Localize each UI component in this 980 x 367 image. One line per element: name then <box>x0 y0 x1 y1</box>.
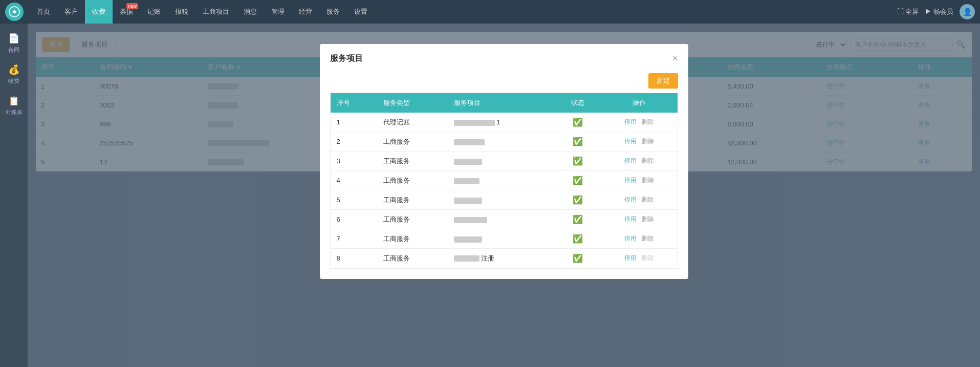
nav-manage[interactable]: 管理 <box>264 0 292 24</box>
stop-button[interactable]: 停用 <box>624 235 637 242</box>
delete-button[interactable]: 删除 <box>642 118 654 125</box>
sidebar-item-contract[interactable]: 📄 合同 <box>1 29 27 58</box>
modal-row-actions: 停用 删除 <box>601 113 678 132</box>
delete-button[interactable]: 删除 <box>642 254 654 262</box>
stop-button[interactable]: 停用 <box>624 177 637 184</box>
nav-right: ⛶ 全屏 ▶ 畅会员 👤 <box>897 4 975 19</box>
nav-service[interactable]: 服务 <box>319 0 347 24</box>
modal-table-wrap[interactable]: 序号 服务类型 服务项目 状态 操作 1 代理记账 1 ✅ <box>330 93 678 269</box>
stop-button[interactable]: 停用 <box>624 118 637 125</box>
nav-settings[interactable]: 设置 <box>347 0 375 24</box>
modal-table-row: 1 代理记账 1 ✅ 停用 删除 <box>331 113 678 132</box>
delete-button[interactable]: 删除 <box>642 138 654 145</box>
modal-col-seq: 序号 <box>331 93 377 113</box>
delete-button[interactable]: 删除 <box>642 157 654 164</box>
modal-row-item: 1 <box>448 113 555 132</box>
nav-business[interactable]: 工商项目 <box>195 0 236 24</box>
stop-button[interactable]: 停用 <box>624 254 637 262</box>
modal-close-button[interactable]: × <box>672 53 678 64</box>
nav-bookkeeping[interactable]: 记账 <box>140 0 168 24</box>
modal-row-seq: 1 <box>331 113 377 132</box>
sidebar-item-reconcile[interactable]: 📋 对账单 <box>1 91 27 120</box>
sidebar-item-fee-label: 收费 <box>8 77 19 85</box>
new-badge: new <box>126 3 138 9</box>
avatar[interactable]: 👤 <box>960 4 975 19</box>
member-btn[interactable]: ▶ 畅会员 <box>925 7 953 16</box>
nav-message[interactable]: 消息 <box>236 0 264 24</box>
top-nav: 首页 客户 收费 票据 new 记账 报税 工商项目 消息 管理 经营 服务 设… <box>0 0 980 24</box>
fullscreen-btn[interactable]: ⛶ 全屏 <box>897 7 919 16</box>
sidebar: 📄 合同 💰 收费 📋 对账单 <box>0 24 28 367</box>
modal-header: 服务项目 × <box>320 44 688 69</box>
contract-icon: 📄 <box>8 33 19 44</box>
modal-toolbar: 新建 <box>320 69 688 93</box>
modal-table-row: 5 工商服务 ✅ 停用 删除 <box>331 190 678 210</box>
stop-button[interactable]: 停用 <box>624 196 637 203</box>
reconcile-icon: 📋 <box>8 95 19 106</box>
delete-button[interactable]: 删除 <box>642 235 654 242</box>
modal-table-row: 8 工商服务 注册 ✅ 停用 删除 <box>331 249 678 268</box>
modal-overlay: 服务项目 × 新建 序号 服务类型 服务项目 状态 操作 <box>28 24 980 367</box>
delete-button[interactable]: 删除 <box>642 177 654 184</box>
nav-home[interactable]: 首页 <box>30 0 57 24</box>
modal-table-row: 4 工商服务 ✅ 停用 删除 <box>331 171 678 190</box>
modal-new-button[interactable]: 新建 <box>648 73 678 89</box>
nav-operation[interactable]: 经营 <box>292 0 319 24</box>
stop-button[interactable]: 停用 <box>624 157 637 164</box>
modal-data-table: 序号 服务类型 服务项目 状态 操作 1 代理记账 1 ✅ <box>331 93 678 268</box>
sidebar-item-contract-label: 合同 <box>8 46 19 54</box>
delete-button[interactable]: 删除 <box>642 215 654 223</box>
modal-table-row: 7 工商服务 ✅ 停用 删除 <box>331 229 678 249</box>
delete-button[interactable]: 删除 <box>642 196 654 203</box>
modal-col-type: 服务类型 <box>377 93 448 113</box>
modal-row-status: ✅ <box>555 113 601 132</box>
service-items-modal: 服务项目 × 新建 序号 服务类型 服务项目 状态 操作 <box>320 44 688 279</box>
nav-customer[interactable]: 客户 <box>57 0 85 24</box>
modal-col-item: 服务项目 <box>448 93 555 113</box>
nav-fee[interactable]: 收费 <box>85 0 113 24</box>
nav-invoice[interactable]: 票据 new <box>113 0 140 24</box>
modal-title: 服务项目 <box>330 53 363 64</box>
modal-row-type: 代理记账 <box>377 113 448 132</box>
sidebar-item-reconcile-label: 对账单 <box>6 109 23 116</box>
sidebar-item-fee[interactable]: 💰 收费 <box>1 60 27 89</box>
modal-table-row: 3 工商服务 ✅ 停用 删除 <box>331 152 678 171</box>
modal-table-row: 2 工商服务 ✅ 停用 删除 <box>331 132 678 152</box>
stop-button[interactable]: 停用 <box>624 138 637 145</box>
nav-items: 首页 客户 收费 票据 new 记账 报税 工商项目 消息 管理 经营 服务 设… <box>30 0 897 24</box>
stop-button[interactable]: 停用 <box>624 215 637 223</box>
modal-col-status: 状态 <box>555 93 601 113</box>
nav-tax[interactable]: 报税 <box>168 0 195 24</box>
fee-icon: 💰 <box>8 64 19 75</box>
modal-col-action: 操作 <box>601 93 678 113</box>
modal-table-row: 6 工商服务 ✅ 停用 删除 <box>331 210 678 229</box>
app-logo <box>5 3 24 21</box>
